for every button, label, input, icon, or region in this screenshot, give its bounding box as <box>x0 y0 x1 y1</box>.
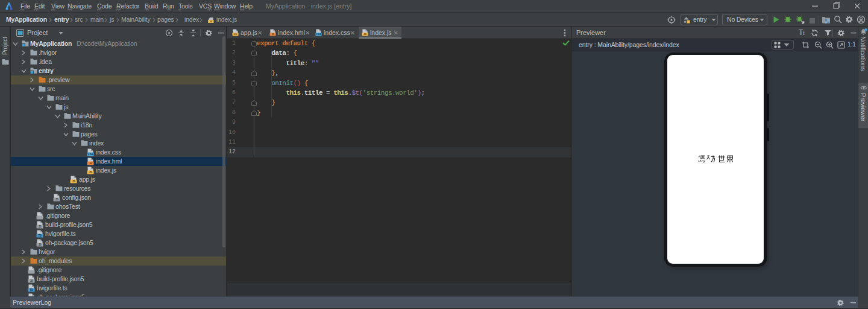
svg-text:J5: J5 <box>55 198 58 201</box>
svg-text:JS: JS <box>363 33 366 36</box>
svg-text:H: H <box>272 33 274 36</box>
svg-text:JS: JS <box>72 180 75 183</box>
svg-text:TS: TS <box>30 288 33 291</box>
svg-text:J5: J5 <box>38 225 41 228</box>
svg-text:CSS: CSS <box>87 153 93 156</box>
svg-text:J5: J5 <box>30 279 33 282</box>
svg-text:CSS: CSS <box>316 33 321 36</box>
svg-text:JS: JS <box>89 171 92 174</box>
svg-text:TS: TS <box>38 234 42 237</box>
svg-text:JS: JS <box>234 33 237 36</box>
svg-text:JS: JS <box>209 20 212 23</box>
svg-text:J5: J5 <box>38 243 41 246</box>
